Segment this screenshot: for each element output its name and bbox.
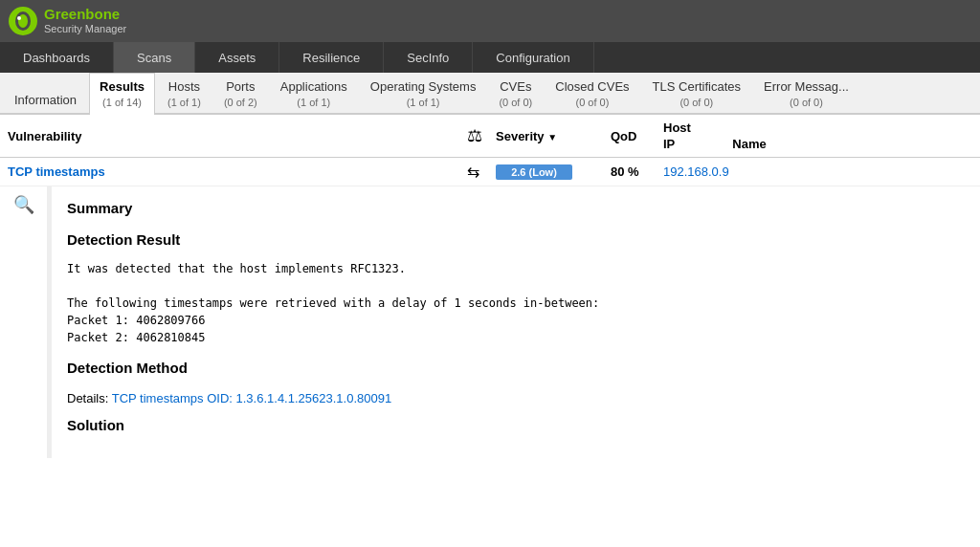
detail-left-icon-area: 🔍 [0, 186, 48, 458]
tab-error[interactable]: Error Messag... (0 of 0) [753, 73, 859, 113]
host-header-sub: IP Name [663, 137, 972, 151]
tab-information[interactable]: Information [4, 86, 87, 113]
method-heading: Detection Method [67, 358, 965, 380]
detail-panel: 🔍 Summary Detection Result It was detect… [0, 186, 980, 458]
row-icon-cell: ⇆ [467, 163, 496, 181]
host-header-label: Host [663, 120, 972, 135]
svg-point-3 [17, 16, 21, 20]
puzzle-icon: ⚖ [467, 126, 482, 145]
puzzle-icon-col: ⚖ [467, 125, 496, 146]
tab-os[interactable]: Operating Systems (1 of 1) [360, 73, 487, 113]
refresh-icon[interactable]: ⇆ [467, 164, 479, 180]
table-row: TCP timestamps ⇆ 2.6 (Low) 80 % 192.168.… [0, 158, 980, 186]
summary-heading: Summary [67, 198, 965, 220]
nav-bar: Dashboards Scans Assets Resilience SecIn… [0, 42, 980, 73]
magnify-icon[interactable]: 🔍 [13, 194, 34, 215]
tab-ports[interactable]: Ports (0 of 2) [213, 73, 268, 113]
tabs-row: Information Results (1 of 14) Hosts (1 o… [0, 73, 980, 115]
nav-scans[interactable]: Scans [114, 42, 195, 73]
logo-text: Greenbone Security Manager [44, 6, 126, 35]
nav-assets[interactable]: Assets [195, 42, 279, 73]
severity-cell: 2.6 (Low) [496, 164, 611, 180]
severity-sort-icon: ▼ [547, 132, 557, 142]
tab-closed-cves[interactable]: Closed CVEs (0 of 0) [545, 73, 639, 113]
host-cell: 192.168.0.9 [663, 164, 972, 179]
greenbone-logo-icon [8, 6, 38, 36]
nav-resilience[interactable]: Resilience [279, 42, 384, 73]
logo-area: Greenbone Security Manager [8, 6, 126, 36]
severity-badge: 2.6 (Low) [496, 164, 572, 180]
col-header-host: Host IP Name [663, 120, 972, 151]
detection-text: It was detected that the host implements… [67, 260, 965, 346]
nav-dashboards[interactable]: Dashboards [0, 42, 114, 73]
col-name-label: Name [732, 137, 766, 151]
tab-tls[interactable]: TLS Certificates (0 of 0) [642, 73, 751, 113]
detail-content: Summary Detection Result It was detected… [48, 186, 980, 458]
col-header-vulnerability: Vulnerability [8, 129, 467, 143]
tab-results[interactable]: Results (1 of 14) [89, 73, 155, 115]
tab-cves[interactable]: CVEs (0 of 0) [488, 73, 543, 113]
vuln-cell: TCP timestamps [8, 164, 467, 179]
tab-applications[interactable]: Applications (1 of 1) [270, 73, 358, 113]
nav-configuration[interactable]: Configuration [473, 42, 593, 73]
table-header: Vulnerability ⚖ Severity ▼ QoD Host IP N… [0, 115, 980, 158]
tab-hosts[interactable]: Hosts (1 of 1) [157, 73, 212, 113]
method-link[interactable]: TCP timestamps OID: 1.3.6.1.4.1.25623.1.… [112, 391, 391, 405]
ip-link[interactable]: 192.168.0.9 [663, 164, 729, 179]
brand-subtitle: Security Manager [44, 23, 126, 35]
qod-cell: 80 % [611, 164, 663, 179]
method-prefix: Details: [67, 391, 112, 405]
brand-name: Greenbone [44, 6, 126, 23]
solution-heading: Solution [67, 415, 965, 437]
detection-heading: Detection Result [67, 230, 965, 252]
top-header: Greenbone Security Manager [0, 0, 980, 42]
vuln-link[interactable]: TCP timestamps [8, 164, 105, 179]
col-header-severity[interactable]: Severity ▼ [496, 129, 611, 143]
method-details: Details: TCP timestamps OID: 1.3.6.1.4.1… [67, 389, 965, 408]
col-ip-label: IP [663, 137, 675, 151]
content-area: Vulnerability ⚖ Severity ▼ QoD Host IP N… [0, 115, 980, 458]
col-header-qod: QoD [611, 129, 663, 143]
nav-secinfo[interactable]: SecInfo [384, 42, 473, 73]
